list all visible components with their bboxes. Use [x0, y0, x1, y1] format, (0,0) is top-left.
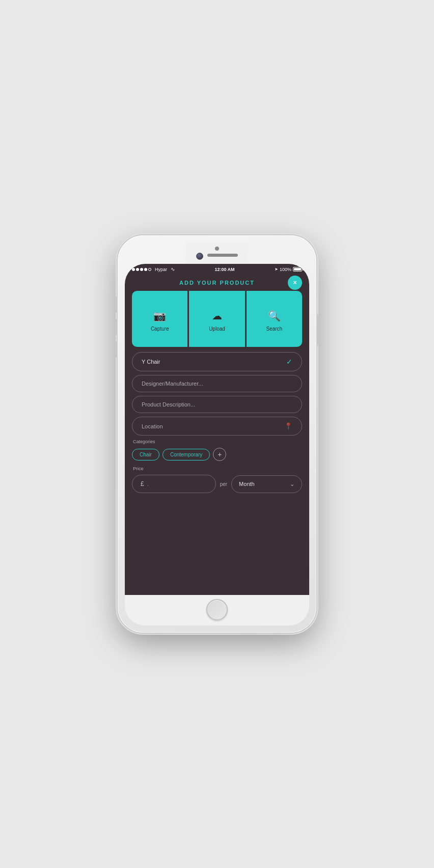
- location-field[interactable]: Location 📍: [132, 417, 302, 436]
- battery-fill: [294, 268, 301, 270]
- designer-placeholder: Designer/Manufacturer...: [142, 381, 203, 387]
- status-right: ➤ 100%: [275, 267, 302, 272]
- currency-symbol: £: [141, 480, 144, 487]
- camera-row: [196, 253, 238, 260]
- description-placeholder: Product Description...: [142, 401, 195, 408]
- price-decimal: .: [147, 480, 149, 487]
- product-name-value: Y Chair: [142, 359, 160, 365]
- search-tile[interactable]: 🔍 Search: [247, 291, 302, 347]
- search-icon: 🔍: [268, 310, 281, 322]
- page-title: ADD YOUR PRODUCT: [179, 280, 255, 286]
- camera-icon: 📷: [153, 310, 166, 322]
- category-tag-contemporary[interactable]: Contemporary: [162, 449, 210, 460]
- app-header: ADD YOUR PRODUCT ×: [132, 275, 302, 291]
- close-button[interactable]: ×: [288, 276, 302, 290]
- price-input[interactable]: £ .: [132, 475, 216, 493]
- category-tag-chair-label: Chair: [140, 452, 152, 457]
- speaker-dot-icon: [215, 247, 219, 251]
- battery-icon: [293, 267, 302, 272]
- phone-screen: Hypar ∿ 12:00 AM ➤ 100% ADD YOUR PRODUCT…: [125, 264, 309, 626]
- signal-dot-2: [136, 268, 139, 271]
- per-label: per: [220, 481, 227, 487]
- signal-strength-icon: [132, 268, 151, 271]
- camera-lens-icon: [196, 253, 203, 260]
- checkmark-icon: ✓: [286, 358, 292, 366]
- capture-label: Capture: [151, 326, 169, 332]
- battery-percentage: 100%: [280, 267, 291, 272]
- upload-tile[interactable]: ☁ Upload: [189, 291, 245, 347]
- description-field[interactable]: Product Description...: [132, 396, 302, 413]
- carrier-label: Hypar: [155, 267, 167, 272]
- categories-label: Categories: [132, 439, 302, 444]
- signal-dot-1: [132, 268, 135, 271]
- phone-top-decor: [186, 242, 248, 264]
- signal-dot-5: [148, 268, 151, 271]
- wifi-icon: ∿: [171, 266, 175, 272]
- period-select[interactable]: Month ⌄: [231, 475, 302, 493]
- period-value: Month: [239, 481, 255, 487]
- phone-frame: Hypar ∿ 12:00 AM ➤ 100% ADD YOUR PRODUCT…: [118, 235, 316, 633]
- clock-display: 12:00 AM: [214, 267, 234, 272]
- location-placeholder: Location: [142, 423, 163, 429]
- location-pin-icon: 📍: [284, 422, 292, 430]
- location-arrow-icon: ➤: [275, 267, 278, 272]
- product-name-field[interactable]: Y Chair ✓: [132, 352, 302, 371]
- add-icon: +: [218, 450, 222, 458]
- speaker-bar-icon: [207, 254, 238, 257]
- close-icon: ×: [293, 280, 296, 286]
- price-row: £ . per Month ⌄: [132, 475, 302, 493]
- categories-row: Chair Contemporary +: [132, 448, 302, 461]
- search-label: Search: [266, 326, 282, 332]
- price-label: Price: [132, 466, 302, 471]
- status-bar: Hypar ∿ 12:00 AM ➤ 100%: [125, 264, 309, 275]
- status-left: Hypar ∿: [132, 266, 175, 272]
- category-tag-chair[interactable]: Chair: [132, 449, 159, 460]
- category-tag-contemporary-label: Contemporary: [170, 452, 202, 457]
- app-content: ADD YOUR PRODUCT × 📷 Capture ☁ Upload 🔍 …: [125, 275, 309, 595]
- designer-field[interactable]: Designer/Manufacturer...: [132, 375, 302, 392]
- chevron-down-icon: ⌄: [290, 481, 294, 487]
- media-selection-row: 📷 Capture ☁ Upload 🔍 Search: [132, 291, 302, 347]
- capture-tile[interactable]: 📷 Capture: [132, 291, 187, 347]
- phone-bottom: [125, 595, 309, 626]
- home-button[interactable]: [206, 599, 228, 620]
- add-category-button[interactable]: +: [213, 448, 226, 461]
- upload-label: Upload: [209, 326, 225, 332]
- signal-dot-4: [144, 268, 147, 271]
- upload-cloud-icon: ☁: [212, 310, 222, 322]
- signal-dot-3: [140, 268, 143, 271]
